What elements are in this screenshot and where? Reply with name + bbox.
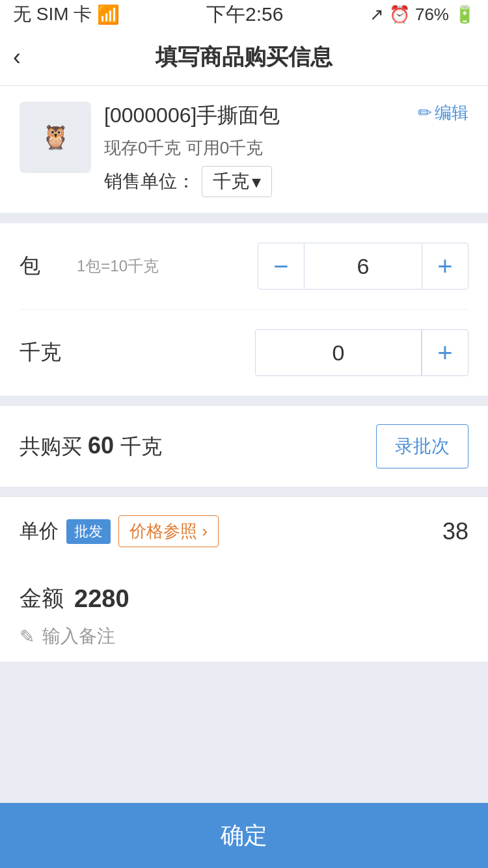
package-label: 包 <box>20 252 72 280</box>
sim-label: 无 SIM 卡 <box>13 2 92 27</box>
amount-value: 2280 <box>74 585 129 613</box>
price-value: 38 <box>442 518 468 545</box>
battery-label: 76% <box>415 5 449 25</box>
total-prefix: 共购买 <box>20 435 82 458</box>
quantity-section: 包 1包=10千克 − + 千克 + <box>0 223 488 396</box>
package-minus-button[interactable]: − <box>258 243 305 290</box>
total-text: 共购买 60 千克 <box>20 432 162 461</box>
nav-bar: ‹ 填写商品购买信息 <box>0 29 488 86</box>
price-label-group: 单价 批发 价格参照 › <box>20 515 219 547</box>
edit-icon: ✏ <box>418 103 432 123</box>
page-title: 填写商品购买信息 <box>156 42 332 72</box>
package-quantity-control: − + <box>258 243 468 290</box>
product-thumbnail: 🦉 <box>20 102 91 173</box>
product-name: [0000006]手撕面包 <box>104 102 280 130</box>
status-time: 下午2:56 <box>206 1 283 28</box>
price-tag-badge: 批发 <box>66 519 111 544</box>
kg-quantity-control: + <box>255 329 468 376</box>
product-stock: 现存0千克 可用0千克 <box>104 137 468 159</box>
chevron-down-icon: ▾ <box>252 171 261 193</box>
product-logo-icon: 🦉 <box>41 124 70 151</box>
total-section: 共购买 60 千克 录批次 <box>0 406 488 487</box>
location-icon: ↗ <box>370 5 384 25</box>
edit-label: 编辑 <box>435 102 468 124</box>
kg-label: 千克 <box>20 338 72 367</box>
edit-button[interactable]: ✏ 编辑 <box>418 102 468 124</box>
section-divider-1 <box>0 213 488 223</box>
price-reference-button[interactable]: 价格参照 › <box>118 515 219 547</box>
battery-icon: 🔋 <box>454 5 475 25</box>
confirm-bar[interactable]: 确定 <box>0 803 488 868</box>
status-bar: 无 SIM 卡 📶 下午2:56 ↗ ⏰ 76% 🔋 <box>0 0 488 29</box>
total-amount: 60 <box>88 432 120 459</box>
price-section: 单价 批发 价格参照 › 38 <box>0 497 488 565</box>
amount-section: 金额 2280 ✎ 输入备注 <box>0 565 488 662</box>
kg-plus-button[interactable]: + <box>422 329 468 376</box>
product-card: 🦉 [0000006]手撕面包 ✏ 编辑 现存0千克 可用0千克 销售单位： 千… <box>0 86 488 213</box>
price-label: 单价 <box>20 518 59 545</box>
unit-label: 销售单位： <box>104 169 195 194</box>
alarm-icon: ⏰ <box>389 5 410 25</box>
product-info: [0000006]手撕面包 ✏ 编辑 现存0千克 可用0千克 销售单位： 千克 … <box>104 102 468 197</box>
product-unit-row: 销售单位： 千克 ▾ <box>104 166 468 197</box>
unit-select[interactable]: 千克 ▾ <box>202 166 272 197</box>
remark-text: 输入备注 <box>42 624 115 649</box>
remark-row[interactable]: ✎ 输入备注 <box>20 624 468 649</box>
status-left: 无 SIM 卡 📶 <box>13 2 120 27</box>
section-divider-2 <box>0 396 488 406</box>
batch-button[interactable]: 录批次 <box>376 424 468 468</box>
kg-row: 千克 + <box>20 310 468 396</box>
total-unit: 千克 <box>120 435 162 458</box>
wifi-icon: 📶 <box>97 4 120 25</box>
back-button[interactable]: ‹ <box>13 44 21 71</box>
package-hint: 1包=10千克 <box>77 256 258 277</box>
unit-value: 千克 <box>213 169 249 194</box>
section-divider-3 <box>0 487 488 497</box>
pencil-icon: ✎ <box>20 626 34 647</box>
package-row: 包 1包=10千克 − + <box>20 223 468 310</box>
package-plus-button[interactable]: + <box>422 243 468 290</box>
amount-row: 金额 2280 <box>20 584 468 614</box>
confirm-button-label: 确定 <box>221 820 267 852</box>
package-quantity-input[interactable] <box>305 243 422 290</box>
amount-label: 金额 <box>20 584 64 614</box>
kg-quantity-input[interactable] <box>255 329 422 376</box>
status-right: ↗ ⏰ 76% 🔋 <box>370 5 475 25</box>
